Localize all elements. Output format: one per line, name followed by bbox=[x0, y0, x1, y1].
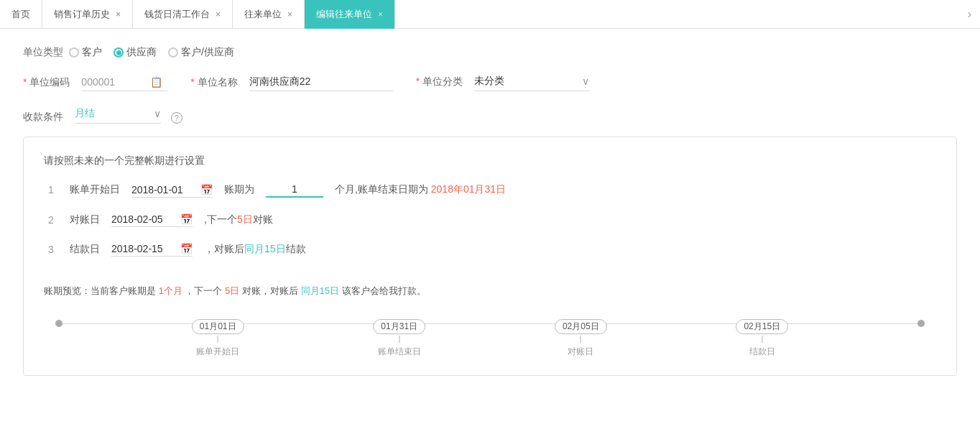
payment-date-label: 结款日 bbox=[70, 243, 100, 256]
preview-section: 账期预览：当前客户账期是 1个月 ，下一个 5日 对账，对账后 同月15日 该客… bbox=[44, 271, 936, 299]
tab-edit-partner-close[interactable]: × bbox=[378, 9, 383, 19]
unit-type-label: 单位类型 bbox=[23, 46, 63, 59]
unit-name-input[interactable] bbox=[249, 73, 393, 91]
radio-customer-circle bbox=[69, 47, 79, 58]
timeline-node-2: 01月31日 账单结束日 bbox=[373, 319, 425, 358]
timeline-badge-3: 02月05日 bbox=[555, 319, 607, 334]
start-date-label: 账单开始日 bbox=[70, 183, 120, 196]
period-months-input[interactable] bbox=[266, 182, 323, 198]
reconcile-date-field: 📅 bbox=[111, 212, 193, 227]
timeline-tick-3 bbox=[580, 336, 581, 343]
unit-code-label: 单位编码 bbox=[23, 76, 70, 89]
unit-type-radio-group: 客户 供应商 客户/供应商 bbox=[69, 46, 234, 59]
unit-name-label: 单位名称 bbox=[190, 76, 237, 89]
period-row-1: 1 账单开始日 📅 账期为 个月,账单结束日期为 2018年01月31日 bbox=[44, 182, 936, 198]
reconcile-date-desc: ,下一个5日对账 bbox=[204, 213, 273, 226]
tab-edit-partner[interactable]: 编辑往来单位 × bbox=[305, 0, 395, 29]
tab-cash-work-close[interactable]: × bbox=[216, 9, 221, 19]
period-num-3: 3 bbox=[44, 244, 58, 255]
timeline-tick-4 bbox=[762, 336, 763, 343]
timeline-sublabel-4: 结款日 bbox=[749, 346, 775, 358]
timeline-sublabel-1: 账单开始日 bbox=[196, 346, 239, 358]
radio-both-circle bbox=[168, 47, 178, 58]
timeline-badge-4: 02月15日 bbox=[736, 319, 788, 334]
start-date-calendar-icon[interactable]: 📅 bbox=[200, 184, 213, 196]
unit-category-value: 未分类 bbox=[474, 75, 576, 88]
payment-date-input[interactable] bbox=[111, 243, 176, 254]
reconcile-date-input[interactable] bbox=[111, 213, 176, 225]
period-row-2: 2 对账日 📅 ,下一个5日对账 bbox=[44, 212, 936, 227]
timeline-tick-2 bbox=[399, 336, 400, 343]
tab-expand-button[interactable]: › bbox=[959, 8, 980, 21]
period-row-3: 3 结款日 📅 ，对账后同月15日结款 bbox=[44, 242, 936, 257]
unit-info-row: 单位编码 📋 单位名称 单位分类 未分类 ∨ bbox=[23, 72, 957, 91]
payment-terms-arrow: ∨ bbox=[154, 108, 161, 119]
payment-terms-value: 月结 bbox=[75, 107, 154, 120]
timeline-start-dot bbox=[55, 320, 63, 327]
timeline-node-3: 02月05日 对账日 bbox=[555, 319, 607, 358]
tab-home[interactable]: 首页 bbox=[0, 0, 42, 29]
timeline-badge-1: 01月01日 bbox=[192, 319, 244, 334]
timeline-tick-1 bbox=[217, 336, 218, 343]
timeline-end-dot bbox=[917, 320, 925, 327]
unit-code-icon: 📋 bbox=[150, 76, 162, 88]
timeline-node-1: 01月01日 账单开始日 bbox=[192, 319, 244, 358]
period-num-2: 2 bbox=[44, 214, 58, 226]
tabs-bar: 首页 销售订单历史 × 钱货日清工作台 × 往来单位 × 编辑往来单位 × › bbox=[0, 0, 980, 29]
unit-category-dropdown[interactable]: 未分类 ∨ bbox=[474, 72, 589, 91]
payment-terms-help-icon[interactable]: ? bbox=[171, 112, 182, 124]
payment-date-calendar-icon[interactable]: 📅 bbox=[180, 243, 193, 254]
payment-terms-label: 收款条件 bbox=[23, 111, 63, 124]
panel-title: 请按照未来的一个完整帐期进行设置 bbox=[44, 155, 936, 167]
radio-supplier[interactable]: 供应商 bbox=[114, 46, 157, 59]
payment-date-desc: ，对账后同月15日结款 bbox=[204, 243, 306, 256]
reconcile-date-calendar-icon[interactable]: 📅 bbox=[180, 213, 193, 225]
period-unit-label: 个月,账单结束日期为 2018年01月31日 bbox=[335, 183, 506, 196]
unit-code-input[interactable] bbox=[81, 73, 146, 91]
preview-text: 账期预览：当前客户账期是 1个月 ，下一个 5日 对账，对账后 同月15日 该客… bbox=[44, 282, 936, 299]
period-for-label: 账期为 bbox=[224, 183, 254, 196]
tab-order-history-close[interactable]: × bbox=[116, 9, 121, 19]
period-num-1: 1 bbox=[44, 184, 58, 196]
page-content: 单位类型 客户 供应商 客户/供应商 单位编码 📋 单位 bbox=[0, 29, 980, 437]
period-settings-panel: 请按照未来的一个完整帐期进行设置 1 账单开始日 📅 账期为 个月,账单结束日期… bbox=[23, 137, 957, 376]
tab-order-history[interactable]: 销售订单历史 × bbox=[42, 0, 133, 29]
payment-terms-row: 收款条件 月结 ∨ ? bbox=[23, 104, 957, 124]
timeline-node-4: 02月15日 结款日 bbox=[736, 319, 788, 358]
start-date-input[interactable] bbox=[131, 184, 196, 196]
radio-customer[interactable]: 客户 bbox=[69, 46, 102, 59]
start-date-field: 📅 bbox=[131, 183, 213, 198]
timeline-badge-2: 01月31日 bbox=[373, 319, 425, 334]
unit-category-arrow: ∨ bbox=[582, 75, 589, 87]
reconcile-date-label: 对账日 bbox=[70, 213, 100, 226]
tab-partner-list[interactable]: 往来单位 × bbox=[233, 0, 305, 29]
unit-code-field: 📋 bbox=[81, 73, 167, 91]
timeline-sublabel-3: 对账日 bbox=[568, 346, 593, 358]
timeline-sublabel-2: 账单结束日 bbox=[378, 346, 421, 358]
period-end-date-highlight: 2018年01月31日 bbox=[431, 183, 506, 195]
payment-terms-select[interactable]: 月结 ∨ bbox=[75, 104, 161, 124]
unit-type-row: 单位类型 客户 供应商 客户/供应商 bbox=[23, 46, 957, 59]
unit-category-label: 单位分类 bbox=[416, 75, 463, 88]
tab-partner-list-close[interactable]: × bbox=[287, 9, 292, 19]
radio-both[interactable]: 客户/供应商 bbox=[168, 46, 234, 59]
radio-supplier-circle bbox=[114, 47, 124, 58]
tab-cash-work[interactable]: 钱货日清工作台 × bbox=[133, 0, 233, 29]
payment-date-field: 📅 bbox=[111, 242, 193, 257]
